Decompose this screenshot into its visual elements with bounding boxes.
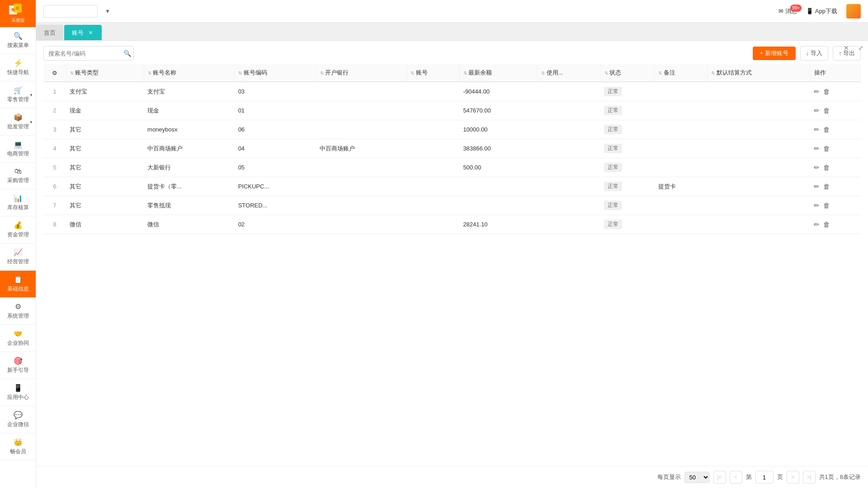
sidebar-item-purchase[interactable]: 🛍 采购管理 [0,163,36,189]
edit-button[interactable]: ✏ [814,88,820,96]
search-toolbar: 🔍 + 新增账号 ↓ 导入 ↑ 导出 [36,41,868,64]
edit-button[interactable]: ✏ [814,164,820,172]
app-download-button[interactable]: 📱 App下载 [806,7,837,15]
sidebar-item-wholesale[interactable]: 📦 批发管理 ▼ [0,108,36,136]
tab-close-button[interactable]: ✕ [87,29,94,36]
prev-page-button[interactable]: < [730,471,742,483]
first-page-button[interactable]: |< [713,471,726,483]
col-status[interactable]: ⇅ 状态 [600,64,655,82]
delete-button[interactable]: 🗑 [823,145,830,152]
sidebar-item-operation[interactable]: 📈 经营管理 [0,244,36,271]
search-icon[interactable]: 🔍 [123,50,131,57]
cell-name: 现金 [144,101,235,120]
cell-action: ✏ 🗑 [810,82,860,101]
next-page-button[interactable]: > [787,471,799,483]
col-name[interactable]: ⇅ 账号名称 [144,64,235,82]
cell-bank [316,120,407,139]
cell-status: 正常 [600,158,655,177]
cell-bank [316,101,407,120]
sidebar-item-member[interactable]: 👑 畅会员 [0,433,36,460]
cell-name: 零售抵现 [144,196,235,215]
col-default-settlement[interactable]: ⇅ 默认结算方式 [708,64,811,82]
delete-button[interactable]: 🗑 [823,183,830,190]
operation-icon: 📈 [14,248,23,257]
col-account[interactable]: ⇅ 账号 [407,64,460,82]
user-avatar[interactable] [846,4,861,19]
tab-account[interactable]: 账号 ✕ [64,25,102,40]
cell-account [407,215,460,234]
cell-bank: 中百商场账户 [316,139,407,158]
delete-button[interactable]: 🗑 [823,107,830,114]
sidebar-item-system[interactable]: ⚙ 系统管理 [0,298,36,325]
delete-button[interactable]: 🗑 [823,126,830,133]
dropdown-arrow: ▼ [105,8,110,14]
sidebar-item-ecommerce[interactable]: 💻 电商管理 [0,136,36,163]
sidebar-item-search[interactable]: 🔍 搜索菜单 [0,27,36,54]
add-account-button[interactable]: + 新增账号 [753,47,796,60]
col-type[interactable]: ⇅ 账号类型 [66,64,144,82]
sidebar-item-inventory[interactable]: 📊 库存核算 [0,189,36,216]
import-button[interactable]: ↓ 导入 [800,46,828,61]
col-settings[interactable]: ⚙ [43,64,66,82]
tab-home[interactable]: 首页 [36,25,63,40]
header-dropdown[interactable]: ▼ [105,8,110,14]
status-badge: 正常 [604,106,622,115]
sidebar-item-basic[interactable]: 📋 基础信息 [0,271,36,298]
agreement-icon: 🤝 [14,329,23,338]
sidebar-item-retail[interactable]: 🛒 零售管理 ▼ [0,81,36,108]
sidebar-item-finance[interactable]: 💰 资金管理 [0,216,36,244]
cell-balance: 10000.00 [459,120,537,139]
cell-remark [655,82,708,101]
edit-button[interactable]: ✏ [814,183,820,191]
maximize-window-button[interactable]: ⤢ [854,41,868,55]
edit-button[interactable]: ✏ [814,202,820,210]
wechat-icon: 💬 [14,411,23,419]
cell-code: 04 [235,139,316,158]
search-input[interactable] [43,46,134,61]
cell-action: ✏ 🗑 [810,139,860,158]
cell-type: 其它 [66,139,144,158]
col-code[interactable]: ⇅ 账号编码 [235,64,316,82]
cell-remark [655,215,708,234]
col-balance[interactable]: ⇅ 最新余额 [459,64,537,82]
edit-button[interactable]: ✏ [814,126,820,134]
cell-account [407,196,460,215]
message-button[interactable]: ✉ 消息 99+ [778,7,797,15]
edit-button[interactable]: ✏ [814,221,820,229]
sidebar-item-wechat[interactable]: 💬 企业微信 [0,406,36,433]
cell-bank [316,82,407,101]
cell-balance: -90444.00 [459,82,537,101]
cell-name: 大新银行 [144,158,235,177]
sidebar-item-guide[interactable]: 🎯 新手引导 [0,352,36,379]
action-buttons: ✏ 🗑 [814,164,857,172]
header-search-input[interactable] [43,5,98,18]
delete-button[interactable]: 🗑 [823,221,830,228]
last-page-button[interactable]: >| [803,471,816,483]
page-input[interactable] [755,471,774,483]
col-bank[interactable]: ⇅ 开户银行 [316,64,407,82]
sidebar: 畅 捷 乐惠版 🔍 搜索菜单 ⚡ 快捷导航 🛒 零售管理 ▼ 📦 批发管理 ▼ … [0,0,36,488]
cell-default-settlement [708,139,811,158]
tab-account-label: 账号 [72,29,84,37]
cell-remark [655,101,708,120]
wholesale-arrow: ▼ [29,120,33,124]
cell-bank [316,158,407,177]
page-size-select[interactable]: 50 20 100 [684,472,710,483]
delete-button[interactable]: 🗑 [823,88,830,95]
edit-button[interactable]: ✏ [814,107,820,115]
sidebar-item-agreement[interactable]: 🤝 企业协同 [0,325,36,352]
cell-index: 8 [43,215,66,234]
cell-index: 5 [43,158,66,177]
cell-bank [316,177,407,196]
delete-button[interactable]: 🗑 [823,202,830,209]
edit-button[interactable]: ✏ [814,145,820,153]
sidebar-item-appcenter[interactable]: 📱 应用中心 [0,379,36,406]
col-usage[interactable]: ⇅ 使用... [537,64,600,82]
delete-button[interactable]: 🗑 [823,164,830,171]
cell-remark [655,196,708,215]
close-window-button[interactable]: ✕ [839,41,854,55]
col-remark[interactable]: ⇅ 备注 [655,64,708,82]
search-input-wrap: 🔍 [43,46,134,61]
cell-balance: 547670.00 [459,101,537,120]
sidebar-item-shortcut[interactable]: ⚡ 快捷导航 [0,54,36,81]
